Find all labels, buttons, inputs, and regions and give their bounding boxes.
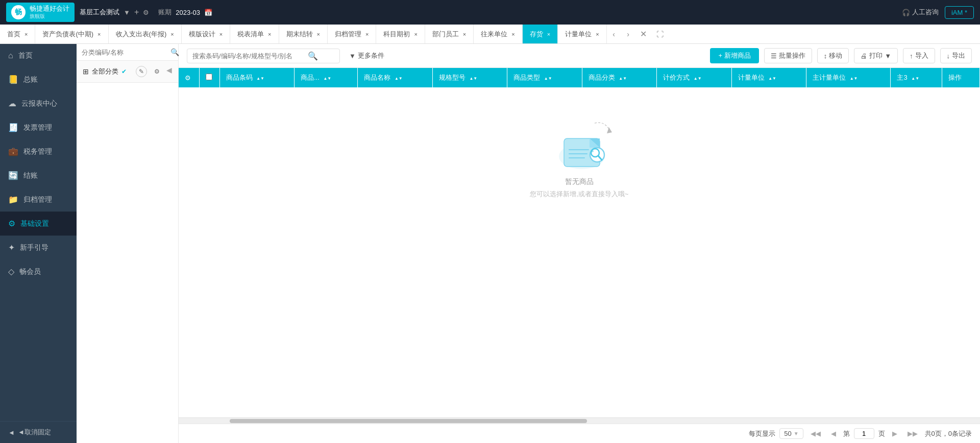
account-button[interactable]: iAM * — [945, 6, 974, 19]
sidebar-item-report-label: 云报表中心 — [21, 99, 57, 108]
th-col3[interactable]: 主3 ▲▼ — [891, 68, 942, 87]
product-search-icon[interactable]: 🔍 — [308, 51, 318, 61]
category-all-label[interactable]: 全部分类 — [92, 67, 118, 76]
tab-income-close[interactable]: × — [170, 31, 174, 37]
more-filters-btn[interactable]: ▼ 更多条件 — [345, 49, 388, 62]
tab-home-close[interactable]: × — [24, 31, 28, 37]
tab-archive[interactable]: 归档管理 × — [328, 25, 376, 44]
th-unit[interactable]: 计量单位 ▲▼ — [731, 68, 806, 87]
product-search-bar: 🔍 — [187, 49, 340, 63]
tab-period-end-close[interactable]: × — [317, 31, 320, 37]
last-page-btn[interactable]: ▶▶ — [904, 429, 921, 438]
per-page-dropdown-icon[interactable]: ▼ — [794, 431, 799, 436]
prev-page-btn[interactable]: ◀ — [828, 429, 839, 438]
th-settings[interactable]: ⚙ — [179, 68, 199, 87]
sidebar-item-settle[interactable]: 🔄 结账 — [0, 164, 77, 188]
print-btn[interactable]: 🖨 打印 ▼ — [854, 48, 898, 63]
tab-balance-close[interactable]: × — [97, 31, 101, 37]
archive-icon: 📁 — [8, 195, 18, 204]
sidebar-item-invoice[interactable]: 🧾 发票管理 — [0, 115, 77, 139]
sidebar-item-settings[interactable]: ⚙ 基础设置 — [0, 212, 77, 236]
workspace-settings-icon[interactable]: ⚙ — [143, 9, 149, 16]
tab-subject-label: 科目期初 — [383, 30, 410, 39]
tab-inventory-close[interactable]: × — [547, 31, 550, 37]
tab-next-btn[interactable]: › — [621, 25, 635, 44]
scroll-thumb[interactable] — [230, 419, 587, 423]
category-search-input[interactable] — [82, 49, 167, 56]
th-spec[interactable]: 规格型号 ▲▼ — [432, 68, 507, 87]
table-body: 暂无商品 您可以选择新增,或者直接导入哦~ — [179, 87, 980, 229]
export-icon: ↓ — [947, 52, 950, 60]
svg-marker-0 — [607, 127, 612, 133]
top-right: 🎧 人工咨询 iAM * — [902, 6, 974, 19]
tab-counterpart[interactable]: 往来单位 × — [474, 25, 522, 44]
move-btn[interactable]: ↕ 移动 — [817, 48, 849, 63]
tab-tax[interactable]: 税表清单 × — [230, 25, 279, 44]
tab-inventory[interactable]: 存货 × — [523, 25, 558, 44]
tab-period-end-label: 期末结转 — [286, 30, 313, 39]
tab-tax-label: 税表清单 — [237, 30, 264, 39]
th-price-method[interactable]: 计价方式 ▲▼ — [657, 68, 731, 87]
next-page-btn[interactable]: ▶ — [889, 429, 900, 438]
batch-operation-btn[interactable]: ☰ 批量操作 — [764, 48, 812, 63]
tab-prev-btn[interactable]: ‹ — [607, 25, 621, 44]
th-main-unit[interactable]: 主计量单位 ▲▼ — [806, 68, 891, 87]
sidebar-item-archive[interactable]: 📁 归档管理 — [0, 188, 77, 212]
sidebar-item-tax[interactable]: 💼 税务管理 — [0, 139, 77, 164]
workspace-add-btn[interactable]: + — [134, 8, 139, 17]
product-search-input[interactable] — [192, 52, 305, 60]
select-all-checkbox[interactable] — [206, 74, 212, 80]
tab-period-end[interactable]: 期末结转 × — [279, 25, 328, 44]
home-icon: ⌂ — [8, 51, 13, 60]
sidebar-item-member[interactable]: ◇ 畅会员 — [0, 260, 77, 284]
left-panel-collapse-btn[interactable]: ◀ — [166, 66, 172, 77]
category-edit-btn[interactable]: ✎ — [136, 66, 147, 77]
workspace-dropdown-icon[interactable]: ▼ — [124, 9, 130, 16]
per-page-select[interactable]: 50 ▼ — [779, 428, 803, 439]
calendar-icon[interactable]: 📅 — [204, 9, 212, 16]
th-category[interactable]: 商品分类 ▲▼ — [582, 68, 656, 87]
th-checkbox[interactable] — [199, 68, 219, 87]
tab-dept-close[interactable]: × — [463, 31, 466, 37]
logo-area: 畅 畅捷通好会计 旗舰版 — [6, 3, 75, 22]
tab-unit[interactable]: 计量单位 × — [558, 25, 606, 44]
sidebar-item-report[interactable]: ☁ 云报表中心 — [0, 91, 77, 115]
category-search-icon[interactable]: 🔍 — [170, 48, 179, 56]
tab-template-close[interactable]: × — [219, 31, 223, 37]
tab-home[interactable]: 首页 × — [0, 25, 35, 44]
tab-template[interactable]: 模版设计 × — [182, 25, 230, 44]
category-header: ⊞ 全部分类 ✔ ✎ ⚙ ◀ — [77, 61, 178, 83]
sidebar-unpin-btn[interactable]: ◄ ◄取消固定 — [0, 421, 77, 443]
export-btn[interactable]: ↓ 导出 — [940, 48, 972, 63]
tab-dept[interactable]: 部门员工 × — [425, 25, 474, 44]
horizontal-scrollbar[interactable] — [179, 417, 980, 424]
tab-close-all-btn[interactable]: ✕ — [635, 25, 652, 44]
tab-tax-close[interactable]: × — [268, 31, 271, 37]
sidebar-item-ledger[interactable]: 📒 总账 — [0, 67, 77, 91]
th-barcode[interactable]: 商品条码 ▲▼ — [219, 68, 294, 87]
help-button[interactable]: 🎧 人工咨询 — [902, 8, 939, 17]
add-product-btn[interactable]: + 新增商品 — [710, 48, 758, 63]
main-layout: ⌂ 首页 📒 总账 ☁ 云报表中心 🧾 发票管理 💼 税务管理 🔄 结账 📁 归… — [0, 44, 980, 443]
tab-subject[interactable]: 科目期初 × — [376, 25, 425, 44]
tab-archive-close[interactable]: × — [365, 31, 369, 37]
sidebar-item-home[interactable]: ⌂ 首页 — [0, 44, 77, 67]
first-page-btn[interactable]: ◀◀ — [807, 429, 824, 438]
category-settings-btn[interactable]: ⚙ — [151, 66, 162, 77]
sort-unit: ▲▼ — [768, 76, 776, 81]
th-type[interactable]: 商品类型 ▲▼ — [507, 68, 582, 87]
th-code[interactable]: 商品... ▲▼ — [294, 68, 357, 87]
sidebar-item-guide[interactable]: ✦ 新手引导 — [0, 236, 77, 260]
tab-counterpart-close[interactable]: × — [511, 31, 514, 37]
import-btn[interactable]: ↑ 导入 — [903, 48, 935, 63]
page-number-input[interactable] — [854, 428, 874, 439]
invoice-icon: 🧾 — [8, 123, 18, 132]
tab-unit-close[interactable]: × — [596, 31, 599, 37]
sidebar-item-archive-label: 归档管理 — [23, 195, 52, 204]
tab-balance[interactable]: 资产负债表(中期) × — [35, 25, 108, 44]
th-name[interactable]: 商品名称 ▲▼ — [358, 68, 432, 87]
sort-code: ▲▼ — [323, 76, 331, 81]
tab-expand-btn[interactable]: ⛶ — [652, 25, 668, 44]
tab-subject-close[interactable]: × — [414, 31, 417, 37]
tab-income[interactable]: 收入支出表(年报) × — [109, 25, 182, 44]
